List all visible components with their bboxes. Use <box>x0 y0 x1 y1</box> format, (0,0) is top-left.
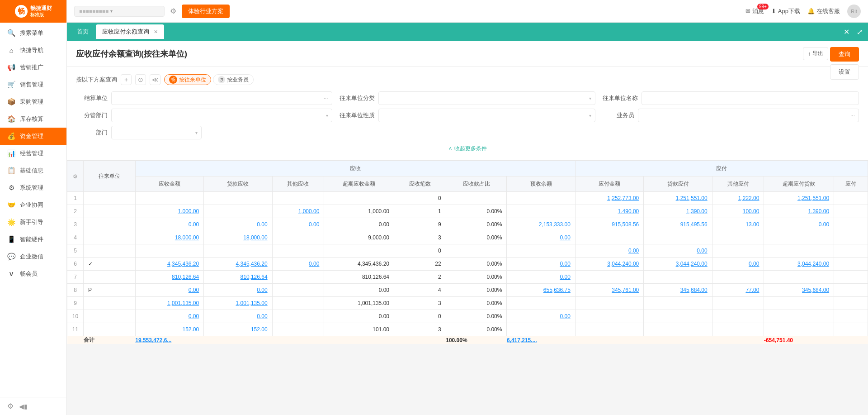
table-row: 418,000.0018,000.009,000.0030.00%0.00 <box>67 231 868 244</box>
filter-row-2: 分管部门 ▾ 往来单位性质 ▾ 业务员 <box>76 109 859 122</box>
sidebar-logo: 畅 畅捷通财 标准版 <box>0 0 66 23</box>
col-overdue-payable: 超期应付货款 <box>764 176 834 192</box>
settings-gear-icon[interactable]: ⚙ <box>168 5 178 17</box>
group-payable: 应付 <box>575 161 868 176</box>
table-row: 8P0.000.000.0040.00%655,636.75345,761.00… <box>67 284 868 297</box>
marketing-icon: 📢 <box>7 63 15 72</box>
scheme-by-staff[interactable]: ⏱ 按业务员 <box>213 74 254 85</box>
solution-button[interactable]: 体验行业方案 <box>182 5 230 18</box>
sidebar: 畅 畅捷通财 标准版 🔍 搜索菜单 ⌂ 快捷导航 📢 营销推广 🛒 销售管理 📦… <box>0 0 67 415</box>
filter-row-1: 结算单位 ··· 往来单位分类 ▾ 往来单位 <box>76 91 859 105</box>
scheme-by-unit[interactable]: 畅 按往来单位 <box>164 74 211 85</box>
settings-icon[interactable]: ⚙ <box>7 402 14 410</box>
table-row: 30.000.000.000.0090.00%2,153,333.00915,5… <box>67 218 868 231</box>
main-area: ■■■■■■■■■ ▾ ⚙ 体验行业方案 ✉ 消息 99+ ⬇ App下载 🔔 … <box>67 0 868 415</box>
field-unit-name: 往来单位名称 <box>603 91 859 105</box>
table-row: 11152.00152.00101.0030.00% <box>67 323 868 336</box>
col-receivable-ratio: 应收款占比 <box>446 176 507 192</box>
purchase-icon: 📦 <box>7 98 15 106</box>
unit-name-input[interactable] <box>642 91 859 105</box>
tab-close-icon[interactable]: ✕ <box>154 29 158 35</box>
col-receivable-count: 应收笔数 <box>394 176 446 192</box>
query-button[interactable]: 查询 <box>830 47 859 62</box>
finance-icon: 💰 <box>7 132 15 140</box>
page-title: 应收应付余额查询(按往来单位) <box>76 48 187 66</box>
coop-icon: 🤝 <box>7 201 15 209</box>
sidebar-item-guide[interactable]: 🌟 新手引导 <box>0 214 66 231</box>
sidebar-menu: 🔍 搜索菜单 ⌂ 快捷导航 📢 营销推广 🛒 销售管理 📦 采购管理 🏠 库存核… <box>0 23 66 397</box>
unit-nature-chevron-icon: ▾ <box>589 113 591 118</box>
edit-scheme-button[interactable]: ⊙ <box>135 74 146 85</box>
settle-unit-input[interactable]: ··· <box>111 91 332 105</box>
unit-nature-input[interactable]: ▾ <box>378 109 596 122</box>
col-settings[interactable]: ⚙ <box>67 161 84 192</box>
tab-maximize-icon[interactable]: ⤢ <box>855 26 864 38</box>
sidebar-item-search[interactable]: 🔍 搜索菜单 <box>0 24 66 42</box>
sidebar-item-inventory[interactable]: 🏠 库存核算 <box>0 110 66 128</box>
add-scheme-button[interactable]: + <box>121 74 132 85</box>
field-dept: 分管部门 ▾ <box>76 109 332 122</box>
sidebar-item-marketing[interactable]: 📢 营销推广 <box>0 59 66 76</box>
sidebar-item-purchase[interactable]: 📦 采购管理 <box>0 93 66 110</box>
salesman-input[interactable]: ··· <box>638 109 859 122</box>
logo-icon: 畅 <box>15 5 28 18</box>
table-row: 7810,126.64810,126.64810,126.6420.00%0.0… <box>67 271 868 284</box>
sidebar-item-member[interactable]: V 畅会员 <box>0 265 66 282</box>
table-settings-icon[interactable]: ⚙ <box>73 173 78 180</box>
tab-minimize-icon[interactable]: ✕ <box>842 26 851 38</box>
table-row: 91,001,135.001,001,135.001,001,135.0030.… <box>67 297 868 310</box>
tab-ar-ap[interactable]: 应收应付余额查询 ✕ <box>96 24 164 39</box>
collapse-scheme-button[interactable]: ≪ <box>150 74 160 85</box>
col-overdue-receivable: 超期应收金额 <box>324 176 394 192</box>
address-bar[interactable]: ■■■■■■■■■ ▾ <box>74 6 165 17</box>
table-footer-row: 合计 19,553,472,6... 100.00% 6,417,215....… <box>67 336 868 344</box>
sidebar-item-operation[interactable]: 📊 经营管理 <box>0 145 66 162</box>
online-service-btn[interactable]: 🔔 在线客服 <box>807 7 840 15</box>
department-chevron-icon: ▾ <box>195 130 198 135</box>
wechat-icon: 💬 <box>7 253 15 261</box>
download-icon: ⬇ <box>771 8 776 14</box>
export-icon: ↑ <box>808 51 811 57</box>
sidebar-item-wechat[interactable]: 💬 企业微信 <box>0 248 66 265</box>
salesman-dots-icon: ··· <box>850 112 855 119</box>
export-button[interactable]: ↑ 导出 <box>803 47 828 60</box>
unit-category-input[interactable]: ▾ <box>378 91 596 105</box>
service-icon: 🔔 <box>807 8 815 14</box>
col-loan-receivable: 贷款应收 <box>204 176 272 192</box>
notification-bell[interactable]: ✉ 消息 99+ <box>745 7 764 15</box>
setting-button[interactable]: 设置 <box>830 64 859 80</box>
sidebar-item-coop[interactable]: 🤝 企业协同 <box>0 196 66 214</box>
message-icon: ✉ <box>745 8 750 14</box>
system-icon: ⚙ <box>7 184 15 192</box>
table-row: 100.000.000.0000.00%0.00 <box>67 310 868 323</box>
inventory-icon: 🏠 <box>7 115 15 123</box>
col-receivable-amount: 应收金额 <box>135 176 203 192</box>
table-row: 6✓4,345,436.204,345,436.200.004,345,436.… <box>67 258 868 271</box>
sidebar-item-finance[interactable]: 💰 资金管理 <box>0 128 66 145</box>
sidebar-item-shortcut[interactable]: ⌂ 快捷导航 <box>0 42 66 59</box>
sidebar-item-sales[interactable]: 🛒 销售管理 <box>0 76 66 93</box>
col-loan-payable: 贷款应付 <box>644 176 712 192</box>
page-content: 应收应付余额查询(按往来单位) ↑ 导出 ↻ 刷新 按以下方案查询 + <box>67 41 868 415</box>
collapse-more-btn[interactable]: ∧ 收起更多条件 <box>76 142 859 153</box>
footer-receivable-amount[interactable]: 19,553,472,6... <box>135 336 203 344</box>
user-avatar[interactable]: Rit <box>847 5 861 18</box>
field-department: 部门 ▾ <box>76 126 202 139</box>
tab-home[interactable]: 首页 <box>71 24 95 39</box>
sidebar-item-hardware[interactable]: 📱 智能硬件 <box>0 231 66 248</box>
field-settle-unit: 结算单位 ··· <box>76 91 332 105</box>
department-input[interactable]: ▾ <box>111 126 202 139</box>
sidebar-item-basic[interactable]: 📋 基础信息 <box>0 162 66 179</box>
collapse-icon[interactable]: ◀▮ <box>19 403 28 410</box>
field-unit-category: 往来单位分类 ▾ <box>340 91 596 105</box>
notification-badge: 99+ <box>757 4 769 10</box>
table-row: 101,252,773.001,251,551.001,222.001,251,… <box>67 192 868 205</box>
footer-receivable-ratio: 100.00% <box>446 336 507 344</box>
footer-advance-balance[interactable]: 6,417,215.... <box>507 336 575 344</box>
col-payable-amount: 应付金额 <box>575 176 643 192</box>
dept-input[interactable]: ▾ <box>111 109 332 122</box>
app-download-btn[interactable]: ⬇ App下载 <box>771 7 800 15</box>
sidebar-item-system[interactable]: ⚙ 系统管理 <box>0 179 66 196</box>
address-chevron-icon: ▾ <box>110 9 113 14</box>
field-salesman: 业务员 ··· <box>603 109 859 122</box>
